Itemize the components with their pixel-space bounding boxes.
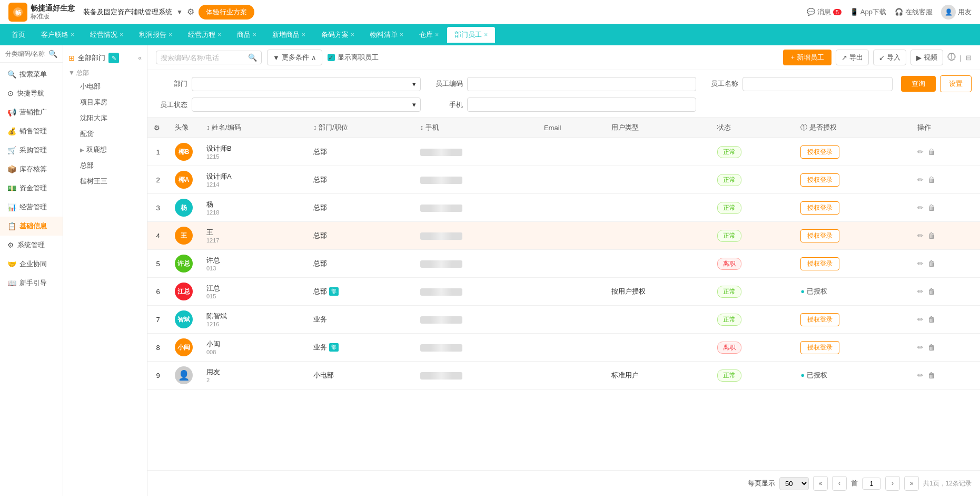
col-dept[interactable]: ↕ 部门/职位: [307, 118, 414, 138]
tab-home[interactable]: 首页: [4, 27, 33, 43]
edit-icon[interactable]: ✏: [917, 148, 924, 156]
last-page-btn[interactable]: »: [904, 476, 919, 491]
edit-icon[interactable]: ✏: [917, 371, 924, 380]
sidebar-item-quicknav[interactable]: ⊙ 快捷导航: [0, 84, 63, 103]
sidebar-item-sales[interactable]: 💰 销售管理: [0, 122, 63, 141]
close-icon[interactable]: ×: [169, 31, 172, 38]
edit-icon[interactable]: ✏: [917, 343, 924, 352]
export-btn[interactable]: ↗ 导出: [836, 50, 869, 65]
tab-history[interactable]: 经营历程 ×: [181, 27, 229, 43]
edit-icon[interactable]: ✏: [917, 176, 924, 184]
close-icon[interactable]: ×: [435, 31, 439, 38]
search-input[interactable]: [161, 54, 245, 62]
import-btn[interactable]: ↙ 导入: [873, 50, 906, 65]
sidebar-item-collab[interactable]: 🤝 企业协同: [0, 255, 63, 274]
reset-btn[interactable]: 设置: [940, 75, 972, 92]
sidebar-item-guide[interactable]: 📖 新手引导: [0, 274, 63, 293]
sidebar-item-basic[interactable]: 📋 基础信息: [0, 217, 63, 236]
tab-add-product[interactable]: 新增商品 ×: [265, 27, 313, 43]
edit-icon[interactable]: ✏: [917, 315, 924, 324]
dept-collapse-btn[interactable]: «: [138, 54, 142, 62]
dept-tree-item[interactable]: 项目库房: [70, 94, 147, 110]
edit-icon[interactable]: ✏: [917, 287, 924, 296]
col-name[interactable]: ↕ 姓名/编码: [200, 118, 307, 138]
tab-employees[interactable]: 部门员工 ×: [447, 27, 495, 43]
tab-operations[interactable]: 经营情况 ×: [83, 27, 131, 43]
prev-page-btn[interactable]: ‹: [832, 476, 847, 491]
emp-code-input[interactable]: [467, 77, 696, 91]
dept-tree-item[interactable]: 总部: [70, 158, 147, 173]
delete-icon[interactable]: 🗑: [928, 203, 935, 212]
tab-warehouse[interactable]: 仓库 ×: [412, 27, 446, 43]
delete-icon[interactable]: 🗑: [928, 315, 935, 324]
delete-icon[interactable]: 🗑: [928, 259, 935, 268]
auth-login-btn[interactable]: 授权登录: [800, 341, 839, 354]
tab-products[interactable]: 商品 ×: [230, 27, 264, 43]
help-icon[interactable]: ⓵: [947, 53, 956, 62]
close-icon[interactable]: ×: [71, 31, 74, 38]
first-page-btn[interactable]: «: [813, 476, 828, 491]
more-filter-btn[interactable]: ▼ 更多条件 ∧: [267, 50, 322, 65]
message-btn[interactable]: 💬 消息 5: [807, 7, 842, 17]
auth-login-btn[interactable]: 授权登录: [800, 257, 839, 270]
emp-name-input[interactable]: [743, 77, 893, 91]
close-icon[interactable]: ×: [484, 31, 488, 38]
sidebar-item-finance[interactable]: 💵 资金管理: [0, 179, 63, 198]
search-icon[interactable]: 🔍: [248, 53, 257, 62]
close-icon[interactable]: ×: [120, 31, 123, 38]
auth-login-btn[interactable]: 授权登录: [800, 313, 839, 326]
close-icon[interactable]: ×: [400, 31, 403, 38]
sidebar-item-inventory[interactable]: 📦 库存核算: [0, 160, 63, 179]
dept-tree-item[interactable]: 小电部: [70, 79, 147, 94]
auth-login-btn[interactable]: 授权登录: [800, 201, 839, 215]
close-icon[interactable]: ×: [217, 31, 221, 38]
show-resigned-checkbox[interactable]: ✓ 显示离职员工: [328, 53, 379, 62]
col-phone[interactable]: ↕ 手机: [414, 118, 538, 138]
auth-login-btn[interactable]: 授权登录: [800, 229, 839, 242]
query-btn[interactable]: 查询: [901, 76, 936, 92]
next-page-btn[interactable]: ›: [885, 476, 900, 491]
table-icon[interactable]: ⊟: [966, 54, 972, 62]
page-number-input[interactable]: [862, 478, 881, 490]
online-service-btn[interactable]: 🎧 在线客服: [895, 7, 933, 17]
user-menu-btn[interactable]: 👤 用友: [941, 5, 972, 20]
delete-icon[interactable]: 🗑: [928, 148, 935, 156]
add-employee-btn[interactable]: + 新增员工: [783, 50, 831, 65]
dept-filter-select[interactable]: ▾: [192, 77, 421, 91]
status-filter-select[interactable]: ▾: [192, 98, 421, 112]
edit-icon[interactable]: ✏: [917, 203, 924, 212]
experience-btn[interactable]: 体验行业方案: [199, 5, 254, 20]
delete-icon[interactable]: 🗑: [928, 176, 935, 184]
auth-login-btn[interactable]: 授权登录: [800, 173, 839, 187]
tab-customer[interactable]: 客户联络 ×: [34, 27, 82, 43]
delete-icon[interactable]: 🗑: [928, 371, 935, 380]
phone-filter-input[interactable]: [467, 98, 696, 112]
delete-icon[interactable]: 🗑: [928, 231, 935, 240]
dept-tree-item[interactable]: 槌树王三: [70, 173, 147, 189]
sidebar-search-icon[interactable]: 🔍: [48, 50, 57, 58]
sidebar-item-marketing[interactable]: 📢 营销推广: [0, 103, 63, 122]
tab-barcode[interactable]: 条码方案 ×: [314, 27, 362, 43]
delete-icon[interactable]: 🗑: [928, 287, 935, 296]
sidebar-item-system[interactable]: ⚙ 系统管理: [0, 236, 63, 255]
settings-gear-btn[interactable]: ⚙: [187, 7, 194, 17]
sidebar-item-search[interactable]: 🔍 搜索菜单: [0, 65, 63, 84]
dept-tree-item[interactable]: ▶ 双鹿想: [70, 142, 147, 158]
auth-login-btn[interactable]: 授权登录: [800, 145, 839, 159]
tab-bom[interactable]: 物料清单 ×: [363, 27, 411, 43]
close-icon[interactable]: ×: [302, 31, 305, 38]
per-page-select[interactable]: 50 20 100: [779, 477, 809, 490]
tab-profit[interactable]: 利润报告 ×: [132, 27, 180, 43]
dept-tree-item[interactable]: 沈阳大库: [70, 110, 147, 126]
sidebar-item-purchase[interactable]: 🛒 采购管理: [0, 141, 63, 160]
sidebar-item-ops[interactable]: 📊 经营管理: [0, 198, 63, 217]
close-icon[interactable]: ×: [351, 31, 354, 38]
view-btn[interactable]: ▶ 视频: [910, 50, 943, 65]
dept-tree-item[interactable]: 配货: [70, 126, 147, 142]
system-dropdown-btn[interactable]: ▼: [176, 8, 183, 16]
sidebar-search-input[interactable]: [5, 50, 45, 57]
delete-icon[interactable]: 🗑: [928, 343, 935, 352]
edit-icon[interactable]: ✏: [917, 259, 924, 268]
close-icon[interactable]: ×: [253, 31, 256, 38]
edit-icon[interactable]: ✏: [917, 231, 924, 240]
